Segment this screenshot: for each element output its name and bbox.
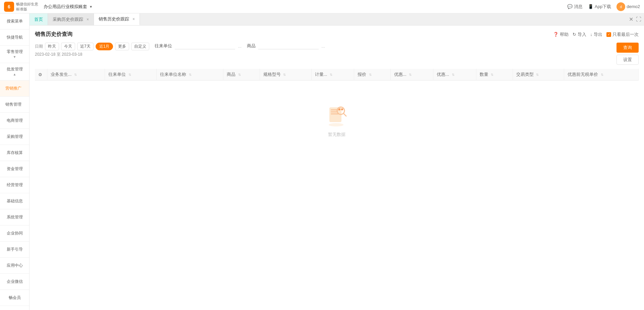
- tab-sales-history[interactable]: 销售历史价跟踪 ×: [94, 13, 140, 25]
- date-btn-1month[interactable]: 近1月: [96, 43, 113, 50]
- date-filter-group: 日期 昨天 今天 近7天 近1月 更多 自定义 2023-02-18 至 202…: [35, 43, 149, 57]
- sidebar-item-wholesale-mgmt[interactable]: 批发管理 ▲: [0, 63, 29, 81]
- date-btn-custom[interactable]: 自定义: [131, 43, 149, 50]
- date-btn-yesterday[interactable]: 昨天: [45, 43, 59, 50]
- sidebar-label-app-center: 应用中心: [7, 263, 23, 268]
- product-filter-label: 商品: [247, 43, 256, 49]
- partner-filter: 往来单位 ...: [155, 43, 241, 49]
- sidebar-label-basic-info: 基础信息: [7, 198, 23, 204]
- table-header-gear[interactable]: ⚙: [35, 69, 47, 81]
- app-title-dropdown[interactable]: ▾: [90, 4, 92, 9]
- sidebar-label-marketing: 营销推广: [5, 86, 21, 91]
- table-header-unit[interactable]: 计量... ⇅: [311, 69, 354, 81]
- page-title: 销售历史价查询: [35, 31, 72, 38]
- sort-arrows-partner-name[interactable]: ⇅: [189, 73, 192, 76]
- date-btn-more[interactable]: 更多: [115, 43, 129, 50]
- sort-arrows-no-tax-price[interactable]: ⇅: [601, 73, 603, 76]
- sort-arrows-trade-type[interactable]: ⇅: [536, 73, 539, 76]
- only-last-checkbox[interactable]: ✓ 只看最后一次: [606, 32, 639, 38]
- sidebar-item-enterprise[interactable]: 企业协同: [0, 225, 29, 242]
- product-filter-dots[interactable]: ...: [321, 44, 325, 49]
- sidebar-item-retail-mgmt[interactable]: 零售管理 ▼: [0, 46, 29, 63]
- date-filter-row: 日期 昨天 今天 近7天 近1月 更多 自定义: [35, 43, 149, 50]
- gear-icon[interactable]: ⚙: [38, 72, 42, 77]
- import-icon: ↻: [573, 32, 576, 37]
- sidebar: 搜索菜单 快捷导航 零售管理 ▼ 批发管理 ▲ 营销推广 销售管理 电商管理 采…: [0, 13, 30, 310]
- sidebar-item-guide[interactable]: 新手引导: [0, 242, 29, 258]
- sort-arrows-product[interactable]: ⇅: [238, 73, 241, 76]
- sidebar-label-finance: 资金管理: [7, 166, 23, 172]
- sidebar-item-sales-mgmt[interactable]: 销售管理: [0, 97, 29, 113]
- tab-sales-history-close[interactable]: ×: [132, 17, 135, 21]
- table-header-product[interactable]: 商品 ⇅: [223, 69, 260, 81]
- tab-purchase-history-close[interactable]: ×: [87, 17, 89, 22]
- sidebar-item-app-center[interactable]: 应用中心: [0, 258, 29, 274]
- date-btn-today[interactable]: 今天: [61, 43, 75, 50]
- sidebar-item-operations[interactable]: 经营管理: [0, 177, 29, 193]
- sidebar-item-purchase-mgmt[interactable]: 采购管理: [0, 129, 29, 145]
- sort-arrows-quote[interactable]: ⇅: [369, 73, 372, 76]
- content-area: 首页 采购历史价跟踪 × 销售历史价跟踪 × ✕ ⛶ 销售历史价查询: [30, 13, 644, 310]
- table-header-no-tax-price[interactable]: 优惠前无税单价 ⇅: [564, 69, 639, 81]
- sidebar-item-basic-info[interactable]: 基础信息: [0, 193, 29, 209]
- sort-arrows-biz-date[interactable]: ⇅: [74, 73, 77, 76]
- sidebar-item-system[interactable]: 系统管理: [0, 209, 29, 225]
- main-layout: 搜索菜单 快捷导航 零售管理 ▼ 批发管理 ▲ 营销推广 销售管理 电商管理 采…: [0, 13, 644, 310]
- sidebar-item-wechat[interactable]: 企业微信: [0, 274, 29, 290]
- sort-arrows-partner-code[interactable]: ⇅: [128, 73, 131, 76]
- message-icon: 💬: [567, 4, 573, 9]
- empty-text: 暂无数据: [328, 132, 345, 138]
- sidebar-item-finance[interactable]: 资金管理: [0, 161, 29, 177]
- date-filter-label: 日期: [35, 44, 43, 49]
- avatar-icon: d: [616, 2, 625, 11]
- query-button[interactable]: 查询: [616, 43, 639, 53]
- sort-arrows-discount2[interactable]: ⇅: [452, 73, 454, 76]
- table-header-discount1[interactable]: 优惠... ⇅: [390, 69, 433, 81]
- partner-filter-dots[interactable]: ...: [238, 44, 241, 49]
- sidebar-item-marketing[interactable]: 营销推广: [0, 81, 29, 97]
- sidebar-label-operations: 经营管理: [7, 182, 23, 188]
- chevron-up-icon: ▲: [13, 72, 16, 77]
- sidebar-label-retail-mgmt: 零售管理: [7, 49, 23, 55]
- sidebar-item-inventory[interactable]: 库存核算: [0, 145, 29, 161]
- export-icon: ↓: [590, 32, 593, 37]
- tab-home[interactable]: 首页: [30, 13, 48, 25]
- sidebar-item-vip[interactable]: 畅会员: [0, 290, 29, 306]
- table-header-discount2[interactable]: 优惠... ⇅: [433, 69, 476, 81]
- app-download-btn[interactable]: 📱 App下载: [588, 4, 611, 10]
- table-header-spec[interactable]: 规格型号 ⇅: [260, 69, 311, 81]
- table-header-partner-name[interactable]: 往来单位名称 ⇅: [157, 69, 223, 81]
- topbar-right: 💬 消息 📱 App下载 d demo2: [567, 2, 640, 11]
- table-header-partner-code[interactable]: 往来单位 ⇅: [105, 69, 157, 81]
- sidebar-item-search-menu[interactable]: 搜索菜单: [0, 13, 29, 30]
- sort-arrows-unit[interactable]: ⇅: [330, 73, 332, 76]
- sort-arrows-discount1[interactable]: ⇅: [409, 73, 412, 76]
- sort-arrows-spec[interactable]: ⇅: [283, 73, 286, 76]
- date-btn-7days[interactable]: 近7天: [77, 43, 94, 50]
- close-tab-btn[interactable]: ✕: [629, 16, 633, 22]
- logo-text: 畅捷信好生意 标准版: [16, 2, 38, 11]
- settings-button[interactable]: 设置: [616, 55, 639, 65]
- date-range-display: 2023-02-18 至 2023-03-18: [35, 52, 149, 57]
- message-btn[interactable]: 💬 消息: [567, 4, 583, 10]
- tab-purchase-history[interactable]: 采购历史价跟踪 ×: [48, 13, 94, 25]
- sidebar-item-ecommerce[interactable]: 电商管理: [0, 113, 29, 129]
- tab-bar: 首页 采购历史价跟踪 × 销售历史价跟踪 × ✕ ⛶: [30, 13, 644, 25]
- help-btn[interactable]: ❓ 帮助: [553, 32, 569, 38]
- table-header-quote[interactable]: 报价 ⇅: [354, 69, 391, 81]
- empty-svg: [323, 101, 350, 127]
- import-btn[interactable]: ↻ 导入: [573, 32, 586, 38]
- table-header-biz-date[interactable]: 业务发生... ⇅: [47, 69, 105, 81]
- table-header-trade-type[interactable]: 交易类型 ⇅: [513, 69, 564, 81]
- export-btn[interactable]: ↓ 导出: [590, 32, 603, 38]
- svg-point-0: [329, 123, 343, 126]
- table-header-qty[interactable]: 数量 ⇅: [476, 69, 513, 81]
- user-avatar[interactable]: d demo2: [616, 2, 640, 11]
- partner-filter-input[interactable]: [175, 43, 235, 49]
- sort-arrows-qty[interactable]: ⇅: [491, 73, 493, 76]
- sidebar-label-sales-mgmt: 销售管理: [5, 102, 21, 107]
- maximize-tab-btn[interactable]: ⛶: [636, 16, 641, 22]
- product-filter-input[interactable]: [258, 43, 319, 49]
- sidebar-item-quick-nav[interactable]: 快捷导航: [0, 30, 29, 46]
- phone-icon: 📱: [588, 4, 593, 9]
